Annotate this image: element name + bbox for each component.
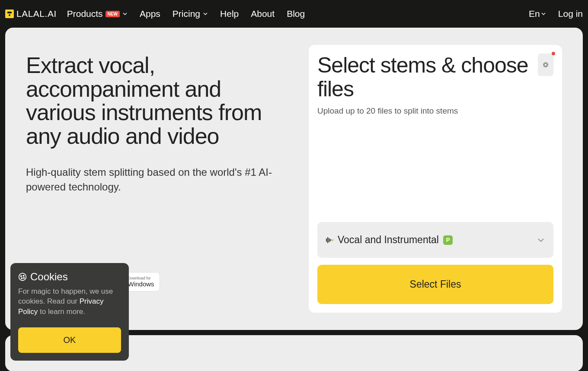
hero-title: Extract vocal, accompaniment and various…: [26, 54, 291, 148]
chevron-down-icon: [122, 11, 128, 16]
svg-point-12: [23, 277, 25, 279]
cookie-text-2: to learn more.: [38, 308, 85, 316]
logo[interactable]: LALAL.AI: [5, 9, 57, 19]
logo-icon: [5, 10, 14, 18]
upload-title: Select stems & choose files: [317, 54, 553, 101]
nav-pricing-label: Pricing: [173, 9, 200, 19]
nav-products-label: Products: [67, 9, 103, 19]
cookie-banner: Cookies For magic to happen, we use cook…: [10, 263, 129, 361]
download-for-label: Download for: [128, 276, 154, 280]
header-right: En Log in: [529, 9, 583, 19]
nav-blog[interactable]: Blog: [287, 9, 305, 19]
upload-subtitle: Upload up to 20 files to split into stem…: [317, 106, 553, 116]
svg-point-11: [21, 278, 22, 279]
nav-help-label: Help: [220, 9, 239, 19]
gear-icon: [542, 61, 550, 69]
cookie-text: For magic to happen, we use cookies. Rea…: [18, 286, 121, 317]
login-label: Log in: [558, 9, 583, 19]
chevron-down-icon: [537, 236, 545, 244]
chevron-down-icon: [541, 11, 546, 16]
chevron-down-icon: [203, 11, 208, 16]
main-header: LALAL.AI Products NEW Apps Pricing Help …: [0, 0, 588, 28]
nav-blog-label: Blog: [287, 9, 305, 19]
cookie-ok-button[interactable]: OK: [18, 327, 121, 353]
svg-point-8: [19, 273, 26, 280]
stem-type-dropdown[interactable]: Vocal and Instrumental P: [317, 222, 553, 258]
nav-pricing[interactable]: Pricing: [173, 9, 208, 19]
phoenix-badge-icon: P: [443, 235, 453, 245]
nav-apps-label: Apps: [140, 9, 160, 19]
cookie-title: Cookies: [30, 271, 68, 283]
language-selector[interactable]: En: [529, 9, 546, 19]
nav-apps[interactable]: Apps: [140, 9, 160, 19]
stem-dropdown-left: Vocal and Instrumental P: [326, 234, 453, 246]
header-left: LALAL.AI Products NEW Apps Pricing Help …: [5, 9, 305, 19]
nav-about-label: About: [251, 9, 275, 19]
nav-products[interactable]: Products NEW: [67, 9, 128, 19]
language-label: En: [529, 9, 540, 19]
download-os-label: Windows: [128, 280, 154, 288]
select-files-button[interactable]: Select Files: [317, 265, 553, 304]
nav-help[interactable]: Help: [220, 9, 239, 19]
waveform-icon: [326, 237, 333, 243]
new-badge: NEW: [105, 11, 120, 17]
login-link[interactable]: Log in: [558, 9, 583, 19]
svg-point-10: [23, 275, 24, 276]
settings-button[interactable]: [538, 54, 553, 76]
main-nav: Products NEW Apps Pricing Help About Blo…: [67, 9, 305, 19]
svg-point-7: [545, 64, 547, 66]
cookie-icon: [18, 273, 27, 281]
hero-subtitle: High-quality stem splitting based on the…: [26, 165, 291, 194]
svg-point-9: [20, 276, 22, 277]
logo-text: LALAL.AI: [16, 9, 57, 19]
cookie-header: Cookies: [18, 271, 121, 283]
stem-label: Vocal and Instrumental: [338, 234, 439, 246]
upload-panel: Select stems & choose files Upload up to…: [309, 45, 562, 313]
nav-about[interactable]: About: [251, 9, 275, 19]
